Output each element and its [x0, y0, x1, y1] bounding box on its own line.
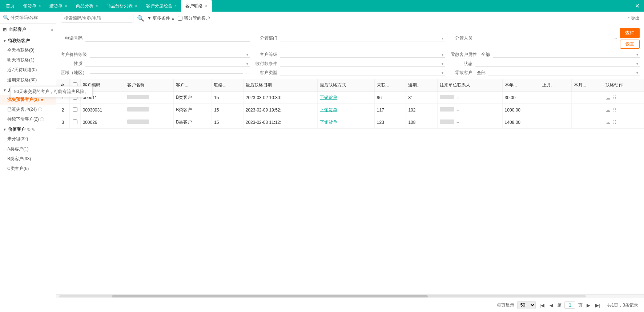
- tab-customer-contact[interactable]: 客户联络 ×: [181, 0, 212, 12]
- row-checkbox[interactable]: [73, 119, 77, 124]
- menu-icon[interactable]: ⠿: [613, 107, 616, 113]
- customer-type: B类客户: [174, 92, 212, 104]
- customer-type-select[interactable]: ▾: [280, 70, 444, 76]
- close-icon[interactable]: ×: [39, 4, 41, 8]
- settings-button[interactable]: 设置: [620, 40, 640, 49]
- horizontal-scrollbar[interactable]: [56, 294, 644, 298]
- search-input[interactable]: [61, 14, 133, 23]
- zero-customer-select[interactable]: ▾: [488, 70, 640, 76]
- contact-count: 15: [212, 92, 243, 104]
- customer-level-select[interactable]: ▾: [280, 52, 444, 58]
- last-contact-method[interactable]: 下销货单: [318, 92, 375, 104]
- sidebar-item-b-class[interactable]: B类客户(33): [0, 154, 56, 164]
- risk-tooltip: 90天未交易的客户，可能有流失风险。: [10, 86, 56, 97]
- sidebar-search-input[interactable]: [11, 15, 53, 20]
- sidebar-search-bar[interactable]: 🔍: [0, 12, 56, 24]
- region-select[interactable]: [90, 72, 243, 74]
- payment-select[interactable]: ▾: [280, 61, 444, 67]
- last-contact-date: 2023-02-03 11:12:: [243, 116, 318, 129]
- zero-attr-select[interactable]: ▾: [493, 52, 640, 58]
- last-contact-method[interactable]: 下销货单: [318, 116, 375, 129]
- export-icon: ↑: [628, 16, 630, 21]
- action-cell: ☁ ⠿: [603, 104, 644, 116]
- customer-type: B类客户: [174, 104, 212, 116]
- query-button[interactable]: 查询: [620, 28, 640, 38]
- chevron-down-icon: ▾: [246, 53, 248, 57]
- close-icon[interactable]: ×: [65, 4, 67, 8]
- close-icon[interactable]: ×: [96, 4, 98, 8]
- search-button[interactable]: 🔍: [137, 15, 144, 22]
- menu-icon[interactable]: ⠿: [613, 95, 616, 101]
- sidebar-item-ungroup[interactable]: 未分组(32): [0, 134, 56, 144]
- page-label: 第: [557, 302, 562, 308]
- window-close-button[interactable]: ✕: [632, 3, 643, 9]
- table-row: 1 000011 B类客户 15 2023-03-02 10:30: 下销货单 …: [56, 92, 644, 104]
- row-checkbox[interactable]: [73, 107, 77, 112]
- col-overdue: 逾期...: [406, 79, 438, 92]
- status-select[interactable]: ▾: [475, 61, 640, 67]
- overdue-days: 81: [406, 92, 438, 104]
- edit-icon[interactable]: ✎: [31, 127, 35, 132]
- first-page-button[interactable]: |◀: [539, 303, 546, 308]
- action-cell: ☁ ⠿: [603, 92, 644, 104]
- sidebar-item-declining[interactable]: 持续下滑客户(2) ⓘ: [0, 114, 56, 124]
- more-conditions-button[interactable]: ▼ 更多条件 ▲: [147, 15, 175, 21]
- sidebar-item-churned[interactable]: 已流失客户(24) ⓘ: [0, 105, 56, 114]
- export-button[interactable]: ↑ 导出: [628, 15, 640, 21]
- more-icon[interactable]: ···: [613, 36, 617, 41]
- tab-product-list[interactable]: 商品分析列表 ×: [102, 0, 141, 12]
- prev-page-button[interactable]: ◀: [548, 303, 554, 308]
- filter-row-phone: 电话号码: [61, 28, 250, 49]
- sidebar-item-a-class[interactable]: A类客户(1): [0, 144, 56, 154]
- filter-row-zero-attr: 零散客户属性 全部 ▾: [451, 52, 640, 58]
- page-number-input[interactable]: [564, 301, 575, 309]
- contact-icon[interactable]: ☁: [605, 119, 611, 125]
- tab-sales[interactable]: 销货单 ×: [19, 0, 45, 12]
- phone-input[interactable]: [85, 35, 250, 42]
- contact-icon[interactable]: ☁: [605, 107, 611, 113]
- contact-icon[interactable]: ☁: [605, 95, 611, 101]
- sidebar-section-value[interactable]: ▼ 价值客户 ↻ ✎: [0, 124, 56, 134]
- last-contact-method[interactable]: 下销货单: [318, 104, 375, 116]
- filter-row-payment: 收付款条件 ▾: [255, 61, 444, 67]
- close-icon[interactable]: ×: [205, 4, 207, 8]
- my-customers-checkbox[interactable]: 我分管的客户: [178, 15, 210, 21]
- per-page-select[interactable]: 50 100 200: [517, 301, 536, 309]
- refresh-icon[interactable]: ↻: [27, 127, 31, 132]
- sidebar-item-overdue[interactable]: 逾期未联络(30): [0, 75, 56, 85]
- manager-select[interactable]: [475, 37, 611, 39]
- sidebar-item-tomorrow[interactable]: 明天待联络(1): [0, 55, 56, 65]
- next-page-button[interactable]: ▶: [585, 303, 591, 308]
- chevron-down-icon: ▾: [442, 53, 443, 57]
- filter-bar: 🔍 ▼ 更多条件 ▲ 我分管的客户 ↑ 导出: [56, 12, 644, 25]
- tab-product-analysis[interactable]: 商品分析 ×: [72, 0, 102, 12]
- collapse-icon[interactable]: «: [51, 28, 53, 32]
- my-customers-check[interactable]: [178, 16, 182, 21]
- customer-code: 000026: [80, 116, 125, 129]
- tab-home[interactable]: 首页: [1, 0, 19, 12]
- sidebar-item-7days[interactable]: 近7天待联络(0): [0, 65, 56, 75]
- sidebar-root[interactable]: ⊞ 全部客户 «: [0, 24, 56, 36]
- per-page-label: 每页显示: [497, 302, 514, 308]
- sidebar-section-pending[interactable]: ▼ 待联络客户: [0, 36, 56, 45]
- scrollbar-thumb[interactable]: [112, 295, 428, 297]
- sidebar-item-today[interactable]: 今天待联络(0): [0, 45, 56, 55]
- scrollbar-track[interactable]: [59, 295, 586, 297]
- close-icon[interactable]: ×: [174, 4, 177, 8]
- tab-purchase[interactable]: 进货单 ×: [45, 0, 71, 12]
- this-year-amount: 1000.00: [502, 104, 540, 116]
- filter-row-zero-customer: 零散客户 全部 ▾: [451, 70, 640, 76]
- dept-select[interactable]: ▾: [280, 36, 444, 41]
- last-page-button[interactable]: ▶|: [594, 303, 601, 308]
- close-icon[interactable]: ×: [135, 4, 137, 8]
- sidebar-item-c-class[interactable]: C类客户(6): [0, 164, 56, 174]
- menu-icon[interactable]: ⠿: [613, 119, 616, 125]
- col-action: 联络动作: [603, 79, 644, 92]
- more-icon[interactable]: ···: [246, 70, 250, 76]
- sidebar: 🔍 ⊞ 全部客户 « ▼ 待联络客户 今天待联络(0) 明天待联络(1) 近7天…: [0, 12, 56, 312]
- tab-customer-segment[interactable]: 客户分层经营 ×: [142, 0, 181, 12]
- price-level-select[interactable]: ▾: [90, 52, 250, 58]
- col-last-date: 最后联络日期: [243, 79, 318, 92]
- col-this-month: 本月...: [572, 79, 603, 92]
- gender-select[interactable]: ▾: [85, 61, 250, 67]
